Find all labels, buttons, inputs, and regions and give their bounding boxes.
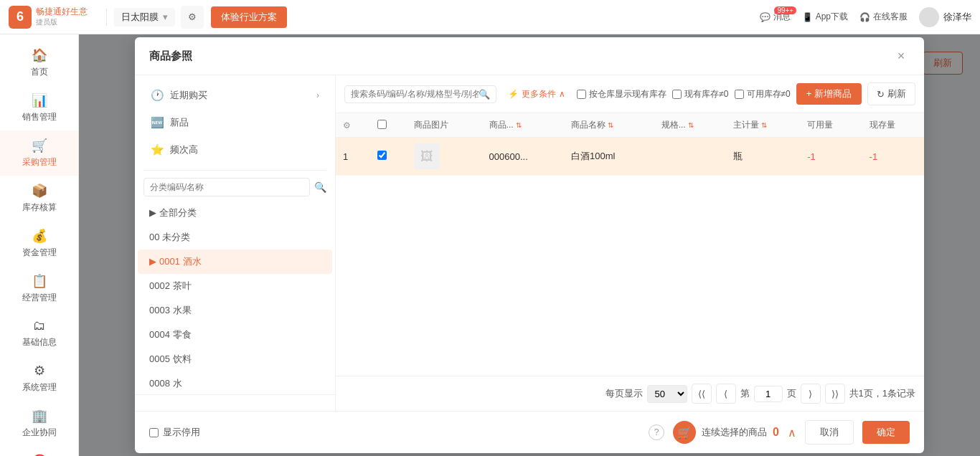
sidebar-item-home[interactable]: 🏠 首页 <box>0 40 78 85</box>
next-page-button[interactable]: ⟩ <box>801 384 821 404</box>
unit-col-header[interactable]: 主计量 ⇅ <box>726 113 800 138</box>
top-navbar: 6 畅捷通好生意 捷员版 日太阳膜 ▾ ⚙ 体验行业方案 💬 消息 99++ 📱… <box>0 0 980 34</box>
sidebar-item-guide[interactable]: 🎯 新手引导 <box>0 446 78 456</box>
product-reference-modal: 商品参照 × 🕐 近期购买 › � <box>135 37 924 453</box>
modal-header: 商品参照 × <box>135 37 924 75</box>
left-divider <box>143 170 326 171</box>
new-products-button[interactable]: 🆕 新品 <box>143 111 326 134</box>
user-info[interactable]: 徐泽华 <box>919 7 971 27</box>
last-page-button[interactable]: ⟩⟩ <box>825 384 845 404</box>
app-download-button[interactable]: 📱 App下载 <box>802 11 848 23</box>
category-item-0003[interactable]: 0003 水果 <box>138 298 332 323</box>
page-suffix: 页 <box>787 387 796 400</box>
frequent-button[interactable]: ⭐ 频次高 <box>143 138 326 161</box>
add-product-button[interactable]: + 新增商品 <box>796 83 862 105</box>
left-panel: 🕐 近期购买 › 🆕 新品 ⭐ 频次高 <box>135 75 336 411</box>
stock-nonzero-checkbox[interactable] <box>672 90 682 99</box>
store-arrow-icon: ▾ <box>163 11 168 22</box>
collapse-button[interactable]: ∧ <box>788 426 796 440</box>
table-row[interactable]: 1 🖼 000600... 白酒100ml 瓶 <box>336 138 924 176</box>
row-name-cell: 白酒100ml <box>564 138 654 176</box>
code-sort-icon: ⇅ <box>516 121 522 129</box>
row-spec-cell <box>654 138 726 176</box>
category-search-input[interactable] <box>143 178 310 196</box>
per-page-select[interactable]: 50 100 200 <box>647 385 687 403</box>
refresh-button[interactable]: ↻ 刷新 <box>867 82 915 105</box>
cart-button[interactable]: 🛒 <box>673 421 696 444</box>
checkbox-available-nonzero[interactable]: 可用库存≠0 <box>735 88 791 100</box>
available-col-header: 可用量 <box>800 113 862 138</box>
product-search-input[interactable] <box>351 89 479 99</box>
purchase-icon: 🛒 <box>32 138 47 153</box>
row-index: 1 <box>336 138 370 176</box>
sidebar-item-collab[interactable]: 🏢 企业协同 <box>0 401 78 446</box>
sidebar-label-basic: 基础信息 <box>22 336 57 348</box>
stock-col-header: 现存量 <box>862 113 924 138</box>
filter-arrow-icon: ∧ <box>559 89 565 99</box>
logo: 6 畅捷通好生意 捷员版 <box>9 6 88 29</box>
sidebar-item-operations[interactable]: 📋 经营管理 <box>0 266 78 311</box>
row-checkbox-cell[interactable] <box>370 138 407 176</box>
modal-close-button[interactable]: × <box>892 47 910 65</box>
sidebar-item-purchase[interactable]: 🛒 采购管理 <box>0 130 78 176</box>
left-panel-footer <box>135 394 335 402</box>
modal-overlay: 商品参照 × 🕐 近期购买 › � <box>79 34 980 456</box>
trial-button[interactable]: 体验行业方案 <box>211 6 287 28</box>
checkbox-col-header[interactable] <box>370 113 407 138</box>
product-search-icon: 🔍 <box>479 89 490 100</box>
sidebar-label-finance: 资金管理 <box>22 247 57 259</box>
product-table-container: ⚙ 商品图片 商品... ⇅ <box>336 113 924 376</box>
message-icon: 💬 <box>760 12 771 22</box>
sidebar-label-purchase: 采购管理 <box>22 156 57 168</box>
help-icon[interactable]: ? <box>649 424 664 440</box>
recent-purchase-button[interactable]: 🕐 近期购买 › <box>143 84 326 107</box>
available-nonzero-checkbox[interactable] <box>735 90 744 99</box>
show-disabled-input[interactable] <box>149 428 159 437</box>
spec-col-header[interactable]: 规格... ⇅ <box>654 113 726 138</box>
category-item-00[interactable]: 00 未分类 <box>138 225 332 250</box>
page-number-input[interactable] <box>754 386 783 402</box>
prev-page-button[interactable]: ⟨ <box>716 384 736 404</box>
name-col-header[interactable]: 商品名称 ⇅ <box>564 113 654 138</box>
store-selector[interactable]: 日太阳膜 ▾ <box>114 8 175 27</box>
finance-icon: 💰 <box>32 228 47 244</box>
product-table: ⚙ 商品图片 商品... ⇅ <box>336 113 924 176</box>
category-search-icon[interactable]: 🔍 <box>314 181 326 193</box>
category-item-0004[interactable]: 0004 零食 <box>138 323 332 347</box>
category-item-all[interactable]: ▶全部分类 <box>138 201 332 225</box>
category-item-0008[interactable]: 0008 水 <box>138 371 332 394</box>
service-button[interactable]: 🎧 在线客服 <box>859 11 908 23</box>
confirm-button[interactable]: 确定 <box>862 421 910 444</box>
app-icon: 📱 <box>802 12 813 22</box>
footer-right: ? 🛒 连续选择的商品 0 ∧ 取消 确定 <box>649 420 910 445</box>
category-item-0002[interactable]: 0002 茶叶 <box>138 274 332 298</box>
more-filter-button[interactable]: ⚡ 更多条件 ∧ <box>502 85 571 103</box>
show-disabled-label: 显示停用 <box>163 426 200 439</box>
sidebar-item-finance[interactable]: 💰 资金管理 <box>0 221 78 266</box>
per-page-label: 每页显示 <box>606 387 643 400</box>
left-panel-top: 🕐 近期购买 › 🆕 新品 ⭐ 频次高 <box>135 84 335 167</box>
first-page-button[interactable]: ⟨⟨ <box>692 384 712 404</box>
select-all-checkbox[interactable] <box>377 120 387 129</box>
show-disabled-checkbox[interactable]: 显示停用 <box>149 426 200 439</box>
category-item-0001[interactable]: ▶0001 酒水 <box>138 250 332 274</box>
code-col-header[interactable]: 商品... ⇅ <box>482 113 564 138</box>
sidebar-label-home: 首页 <box>31 66 48 78</box>
cart-area: 🛒 连续选择的商品 0 <box>673 421 779 444</box>
product-search-bar[interactable]: 🔍 <box>344 85 496 103</box>
warehouse-stock-checkbox[interactable] <box>577 90 586 99</box>
message-button[interactable]: 💬 消息 99++ <box>760 11 791 23</box>
sidebar-label-operations: 经营管理 <box>22 292 57 304</box>
category-item-0005[interactable]: 0005 饮料 <box>138 347 332 371</box>
sidebar-item-inventory[interactable]: 📦 库存核算 <box>0 176 78 221</box>
checkbox-warehouse-stock[interactable]: 按仓库显示现有库存 <box>577 88 666 100</box>
row-checkbox[interactable] <box>377 151 387 160</box>
sidebar-item-sales[interactable]: 📊 销售管理 <box>0 85 78 130</box>
sidebar-item-basic[interactable]: 🗂 基础信息 <box>0 311 78 356</box>
settings-col-header[interactable]: ⚙ <box>336 113 370 138</box>
cancel-button[interactable]: 取消 <box>805 420 854 445</box>
checkbox-stock-nonzero[interactable]: 现有库存≠0 <box>672 88 728 100</box>
gear-button[interactable]: ⚙ <box>181 6 204 29</box>
sidebar-item-system[interactable]: ⚙ 系统管理 <box>0 356 78 401</box>
frequent-icon: ⭐ <box>151 143 164 156</box>
